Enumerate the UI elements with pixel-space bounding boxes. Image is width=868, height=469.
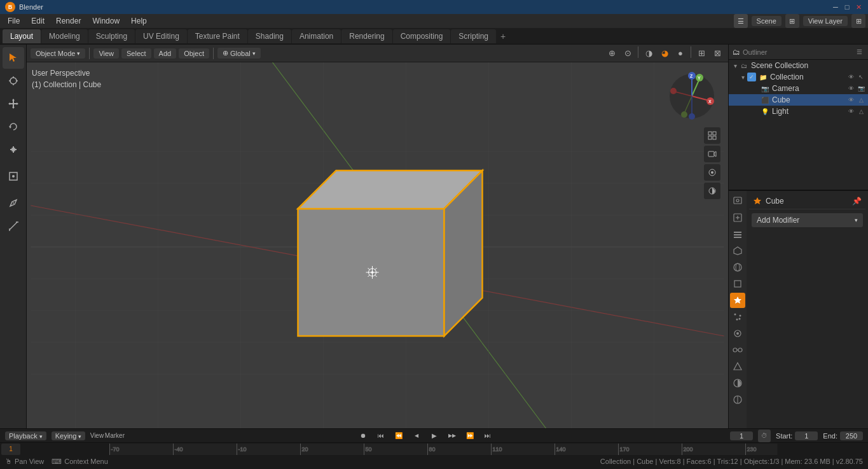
prop-material[interactable]	[730, 375, 745, 391]
outliner-camera[interactable]: 📷 Camera 👁 📷	[729, 83, 868, 94]
cam-vis-render[interactable]: 📷	[857, 84, 865, 93]
next-keyframe-button[interactable]: ⏩	[464, 431, 476, 441]
viewport-scene[interactable]	[27, 62, 728, 428]
prop-scene[interactable]	[730, 243, 745, 258]
maximize-button[interactable]: □	[843, 3, 851, 11]
tool-cursor[interactable]	[3, 70, 24, 92]
vis-cursor[interactable]: ↖	[857, 73, 865, 81]
outliner-collection[interactable]: ▾ ✓ 📁 Collection 👁 ↖	[729, 71, 868, 83]
keying-dropdown[interactable]: Keying ▾	[52, 431, 86, 440]
layer-options-button[interactable]: ⊞	[785, 14, 799, 28]
snap-button[interactable]: ⊕	[605, 46, 619, 60]
step-back-button[interactable]: ◀	[410, 431, 423, 441]
prop-modifier[interactable]	[730, 293, 745, 308]
cube-vis-eye[interactable]: 👁	[846, 95, 855, 104]
scene-canvas[interactable]	[27, 62, 728, 428]
timeline-view[interactable]: View	[90, 431, 103, 441]
start-value[interactable]: 1	[795, 431, 818, 440]
prop-world[interactable]	[730, 260, 745, 275]
prop-data[interactable]	[730, 359, 745, 374]
timeline-marker[interactable]: Marker	[108, 431, 121, 441]
select-menu[interactable]: Select	[121, 48, 151, 59]
prop-view-layer[interactable]	[730, 227, 745, 242]
prop-shading[interactable]	[730, 392, 745, 407]
outliner-light[interactable]: 💡 Light 👁 △	[729, 106, 868, 117]
play-button[interactable]: ▶	[428, 431, 441, 441]
tab-modeling[interactable]: Modeling	[41, 29, 88, 43]
prop-object[interactable]	[730, 276, 745, 291]
add-menu[interactable]: Add	[154, 48, 177, 59]
tool-transform[interactable]	[3, 165, 24, 187]
view-layer-selector[interactable]: View Layer	[803, 16, 848, 26]
tab-shading[interactable]: Shading	[248, 29, 291, 43]
tool-move[interactable]	[3, 93, 24, 115]
vp-viewport-shading[interactable]	[704, 183, 720, 199]
close-button[interactable]: ✕	[854, 3, 863, 11]
menu-edit[interactable]: Edit	[26, 15, 50, 27]
light-vis-triangle[interactable]: △	[857, 107, 865, 116]
tool-scale[interactable]	[3, 139, 24, 160]
timeline-track[interactable]: 1 -70 -40 -10 20 50 80 110 140	[0, 442, 868, 455]
tab-layout[interactable]: Layout	[3, 29, 41, 43]
tool-select[interactable]	[3, 47, 24, 69]
add-workspace-button[interactable]: +	[497, 30, 509, 43]
proportional-edit-button[interactable]: ⊙	[621, 46, 635, 60]
record-button[interactable]: ⏺	[357, 431, 369, 441]
outliner-scene-collection[interactable]: ▾ 🗂 Scene Collection	[729, 60, 868, 71]
tool-measure[interactable]	[3, 215, 24, 237]
mode-selector[interactable]: Object Mode ▾	[31, 48, 85, 59]
collection-checkbox[interactable]: ✓	[747, 73, 756, 81]
prop-output[interactable]	[730, 210, 745, 225]
vp-camera-button[interactable]	[704, 146, 720, 162]
scene-selector[interactable]: Scene	[752, 16, 782, 26]
menu-render[interactable]: Render	[51, 15, 86, 27]
step-forward-button[interactable]: ▶▶	[446, 431, 458, 441]
tab-uv-editing[interactable]: UV Editing	[135, 29, 187, 43]
gizmo-button[interactable]: ⊞	[694, 46, 708, 60]
vp-render-button[interactable]	[704, 164, 720, 181]
end-value[interactable]: 250	[840, 431, 863, 440]
menu-help[interactable]: Help	[126, 15, 152, 27]
tab-compositing[interactable]: Compositing	[393, 29, 451, 43]
timeline-frame-marker[interactable]: 1	[1, 444, 20, 455]
menu-window[interactable]: Window	[87, 15, 125, 27]
titlebar-controls[interactable]: ─ □ ✕	[831, 3, 863, 11]
current-frame-input[interactable]: 1	[730, 431, 753, 440]
vis-eye[interactable]: 👁	[846, 73, 855, 81]
navigation-gizmo[interactable]: Y X Z	[663, 67, 720, 127]
outliner-cube[interactable]: ⬛ Cube 👁 △	[729, 94, 868, 106]
prop-render[interactable]	[730, 193, 745, 209]
view-menu[interactable]: View	[93, 48, 119, 59]
view-layer-options[interactable]: ⊞	[851, 14, 865, 28]
frame-time-icon[interactable]: ⏱	[758, 430, 771, 442]
cube-vis-triangle[interactable]: △	[857, 95, 865, 104]
workspace-options-button[interactable]: ☰	[734, 14, 748, 28]
tool-rotate[interactable]	[3, 116, 24, 137]
cam-vis-eye[interactable]: 👁	[846, 84, 855, 93]
jump-start-button[interactable]: ⏮	[375, 431, 387, 441]
tab-rendering[interactable]: Rendering	[341, 29, 392, 43]
prop-constraints[interactable]	[730, 342, 745, 358]
playback-dropdown[interactable]: Playback ▾	[5, 431, 46, 440]
prop-physics[interactable]	[730, 326, 745, 341]
jump-end-button[interactable]: ⏭	[481, 431, 494, 441]
prop-pin-button[interactable]: 📌	[851, 196, 862, 206]
add-modifier-button[interactable]: Add Modifier ▾	[752, 213, 863, 227]
tool-annotate[interactable]	[3, 192, 24, 214]
overlays-button[interactable]: ⊠	[710, 46, 724, 60]
menu-file[interactable]: File	[3, 15, 25, 27]
shading-rendered[interactable]: ●	[673, 46, 687, 60]
shading-material[interactable]: ◕	[658, 46, 672, 60]
tab-animation[interactable]: Animation	[292, 29, 341, 43]
shading-solid[interactable]: ◑	[642, 46, 656, 60]
object-menu[interactable]: Object	[179, 48, 209, 59]
viewport[interactable]: Object Mode ▾ View Select Add Object ⊕ G…	[27, 45, 728, 428]
outliner-filter[interactable]: ☰	[854, 47, 864, 57]
tab-texture-paint[interactable]: Texture Paint	[188, 29, 247, 43]
transform-selector[interactable]: ⊕ Global ▾	[217, 48, 261, 59]
prop-particles[interactable]	[730, 309, 745, 325]
prev-keyframe-button[interactable]: ⏪	[392, 431, 405, 441]
tab-sculpting[interactable]: Sculpting	[88, 29, 135, 43]
minimize-button[interactable]: ─	[831, 3, 840, 11]
light-vis-eye[interactable]: 👁	[846, 107, 855, 116]
